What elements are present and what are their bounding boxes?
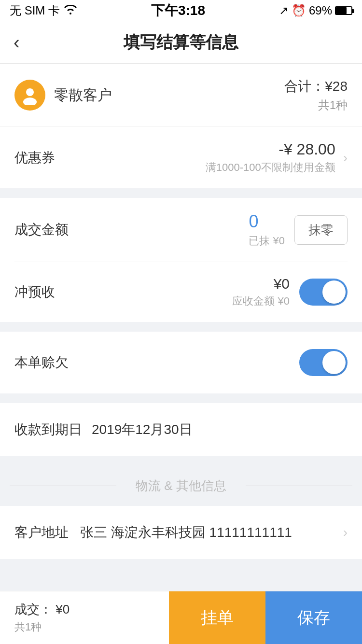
address-section: 客户地址 张三 海淀永丰科技园 11111111111 › bbox=[0, 506, 362, 559]
svg-point-1 bbox=[23, 98, 37, 105]
address-chevron-icon: › bbox=[343, 525, 348, 540]
coupon-desc: 满1000-100不限制使用金额 bbox=[206, 160, 335, 175]
customer-right: 合计：¥28 共1种 bbox=[284, 77, 348, 113]
transaction-value: 0 bbox=[249, 211, 285, 232]
bottom-count: 共1种 bbox=[14, 620, 154, 634]
duedate-label: 收款到期日 bbox=[14, 420, 82, 439]
debt-toggle[interactable] bbox=[299, 349, 348, 376]
total-count: 共1种 bbox=[284, 98, 348, 113]
debt-row: 本单赊欠 bbox=[14, 332, 348, 393]
svg-point-0 bbox=[26, 88, 34, 96]
person-icon bbox=[20, 85, 40, 105]
bottom-info: 成交： ¥0 共1种 bbox=[0, 601, 169, 634]
customer-name: 零散客户 bbox=[54, 85, 112, 105]
status-bar: 无 SIM 卡 下午3:18 ↗ ⏰ 69% bbox=[0, 0, 362, 21]
prepay-values: ¥0 应收金额 ¥0 bbox=[232, 276, 290, 308]
logistics-divider: 物流 & 其他信息 bbox=[0, 466, 362, 506]
coupon-value-block: -¥ 28.00 满1000-100不限制使用金额 bbox=[206, 140, 335, 175]
debt-section: 本单赊欠 bbox=[0, 332, 362, 393]
nav-bar: ‹ 填写结算等信息 bbox=[0, 21, 362, 64]
coupon-row[interactable]: 优惠券 -¥ 28.00 满1000-100不限制使用金额 › bbox=[0, 126, 362, 188]
total-amount: 合计：¥28 bbox=[284, 77, 348, 96]
location-icon: ↗ bbox=[279, 4, 289, 17]
hang-button[interactable]: 挂单 bbox=[169, 591, 265, 644]
duedate-row[interactable]: 收款到期日 2019年12月30日 bbox=[14, 403, 348, 456]
coupon-amount: -¥ 28.00 bbox=[206, 140, 335, 158]
prepay-amount: ¥0 bbox=[232, 276, 290, 292]
debt-toggle-knob bbox=[322, 351, 346, 374]
prepay-sub: 应收金额 ¥0 bbox=[232, 294, 290, 308]
no-sim-text: 无 SIM 卡 bbox=[10, 3, 60, 18]
address-value: 张三 海淀永丰科技园 11111111111 bbox=[80, 523, 332, 542]
duedate-section: 收款到期日 2019年12月30日 bbox=[0, 403, 362, 456]
address-label: 客户地址 bbox=[14, 523, 69, 542]
transaction-value-block: 0 已抹 ¥0 bbox=[249, 211, 285, 248]
bottom-bar: 成交： ¥0 共1种 挂单 保存 bbox=[0, 591, 362, 644]
bottom-transaction-label: 成交： bbox=[14, 602, 52, 616]
prepay-label: 冲预收 bbox=[14, 283, 55, 301]
coupon-label: 优惠券 bbox=[14, 149, 55, 167]
status-right: ↗ ⏰ 69% bbox=[279, 4, 352, 17]
wifi-icon bbox=[64, 4, 77, 17]
alarm-icon: ⏰ bbox=[292, 4, 306, 17]
battery-icon bbox=[335, 6, 352, 15]
round-zero-button[interactable]: 抹零 bbox=[294, 215, 348, 245]
save-button[interactable]: 保存 bbox=[265, 591, 362, 644]
prepay-toggle[interactable] bbox=[299, 279, 348, 306]
toggle-knob bbox=[322, 280, 346, 304]
duedate-value: 2019年12月30日 bbox=[92, 420, 193, 439]
bottom-transaction: 成交： ¥0 bbox=[14, 601, 154, 618]
status-left: 无 SIM 卡 bbox=[10, 3, 77, 18]
debt-label: 本单赊欠 bbox=[14, 353, 69, 372]
logistics-text: 物流 & 其他信息 bbox=[126, 477, 236, 494]
customer-avatar bbox=[14, 80, 45, 111]
prepay-row: 冲预收 ¥0 应收金额 ¥0 bbox=[14, 262, 348, 322]
transaction-row: 成交金额 0 已抹 ¥0 抹零 bbox=[14, 198, 348, 262]
battery-percent: 69% bbox=[309, 4, 332, 17]
transaction-label: 成交金额 bbox=[14, 221, 69, 239]
chevron-right-icon: › bbox=[343, 150, 348, 166]
transaction-section: 成交金额 0 已抹 ¥0 抹零 冲预收 ¥0 应收金额 ¥0 bbox=[0, 198, 362, 322]
bottom-transaction-value: ¥0 bbox=[56, 602, 70, 616]
customer-section: 零散客户 合计：¥28 共1种 优惠券 -¥ 28.00 满1000-100不限… bbox=[0, 64, 362, 188]
status-time: 下午3:18 bbox=[151, 1, 205, 20]
customer-left: 零散客户 bbox=[14, 80, 112, 111]
coupon-right: -¥ 28.00 满1000-100不限制使用金额 › bbox=[206, 140, 348, 175]
logistics-line-left bbox=[10, 486, 116, 486]
transaction-sub: 已抹 ¥0 bbox=[249, 234, 285, 248]
prepay-right: ¥0 应收金额 ¥0 bbox=[232, 276, 348, 308]
logistics-line-right bbox=[246, 486, 352, 486]
address-row[interactable]: 客户地址 张三 海淀永丰科技园 11111111111 › bbox=[14, 506, 348, 559]
customer-row[interactable]: 零散客户 合计：¥28 共1种 bbox=[0, 64, 362, 126]
back-button[interactable]: ‹ bbox=[14, 33, 20, 52]
nav-title: 填写结算等信息 bbox=[124, 31, 238, 54]
content: 零散客户 合计：¥28 共1种 优惠券 -¥ 28.00 满1000-100不限… bbox=[0, 64, 362, 627]
transaction-right: 0 已抹 ¥0 抹零 bbox=[249, 211, 348, 248]
